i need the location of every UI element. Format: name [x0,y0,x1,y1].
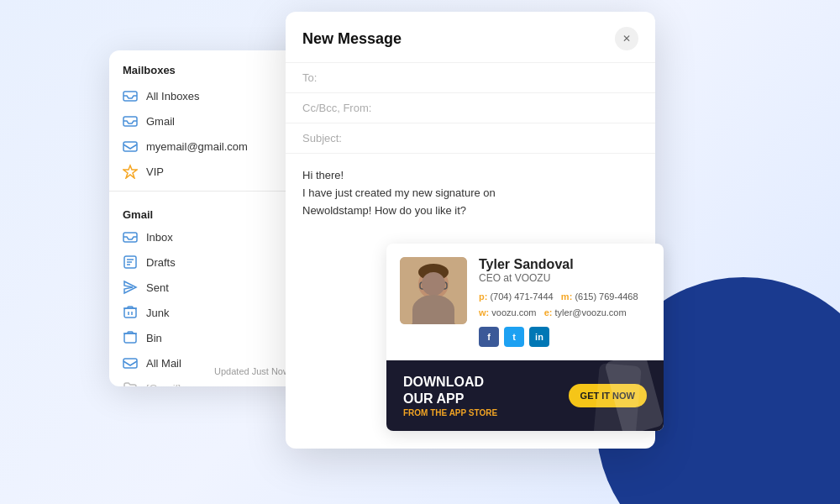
app-download-banner: DOWNLOAD OUR APP FROM THE APP STORE GET … [386,360,664,430]
phone-number: (704) 471-7444 [490,291,553,302]
signature-name: Tyler Sandoval [479,257,650,272]
svg-rect-2 [123,142,137,151]
sidebar-item-label: Sent [146,281,169,294]
compose-cc-label: Cc/Bcc, From: [302,102,371,114]
sidebar-item-label: Gmail [146,115,175,128]
email-address: tyler@voozu.com [555,307,627,318]
email-label: e: [544,307,553,318]
sidebar-item-label: All Inboxes [146,90,200,102]
compose-body-text: Hi there! I have just created my new sig… [302,167,638,219]
sidebar-item-label: Bin [146,332,162,344]
sent-icon [123,280,138,295]
compose-subject-field[interactable]: Subject: [286,123,655,154]
banner-line1-text: DOWNLOAD [403,375,484,389]
svg-point-14 [418,264,449,281]
sidebar-item-label: [Gmail] [146,382,181,387]
signature-contact: p: (704) 471-7444 m: (615) 769-4468 w: v… [479,289,650,320]
facebook-button[interactable]: f [479,327,499,347]
signature-socials: f t in [479,327,650,347]
compose-header: New Message ✕ [286,12,655,63]
compose-subject-label: Subject: [302,132,342,144]
phone-label: p: [479,291,487,302]
sidebar-item-label: Inbox [146,231,173,244]
svg-marker-3 [123,165,137,178]
junk-icon [123,305,138,320]
banner-subtitle: FROM THE APP STORE [403,408,555,417]
linkedin-button[interactable]: in [529,327,549,347]
svg-point-12 [408,312,459,324]
banner-sub-highlight: APP STORE [449,408,497,417]
signature-top: Tyler Sandoval CEO at VOOZU p: (704) 471… [386,244,664,360]
web-url: voozu.com [491,307,536,318]
compose-title: New Message [302,30,402,48]
star-icon [123,164,138,179]
compose-body[interactable]: Hi there! I have just created my new sig… [286,154,655,233]
avatar-image [400,257,467,324]
mobile-number: (615) 769-4468 [575,291,638,302]
svg-rect-6 [124,308,136,318]
folder-icon [123,381,138,386]
svg-rect-15 [420,282,432,289]
compose-to-field[interactable]: To: [286,63,655,93]
sidebar-item-label: Drafts [146,256,176,269]
sidebar-item-label: Junk [146,307,169,319]
myemail-inbox-icon [123,139,138,154]
sidebar-item-label: VIP [146,165,164,178]
web-label: w: [479,307,489,318]
svg-rect-9 [124,333,136,343]
drafts-icon [123,255,138,270]
banner-sub-prefix: FROM THE [403,408,449,417]
compose-to-label: To: [302,71,317,84]
inbox-icon [123,88,138,103]
bin-icon [123,330,138,345]
signature-avatar [400,257,467,324]
signature-card: Tyler Sandoval CEO at VOOZU p: (704) 471… [386,244,664,431]
gmail-inbox-icon [123,113,138,129]
mobile-label: m: [561,291,572,302]
inbox-folder-icon [123,229,138,244]
signature-job-title: CEO at VOOZU [479,272,650,284]
banner-text: DOWNLOAD OUR APP FROM THE APP STORE [403,374,555,417]
sidebar-item-label: myemail@gmail.com [146,140,248,153]
signature-info: Tyler Sandoval CEO at VOOZU p: (704) 471… [479,257,650,347]
banner-title-line1: DOWNLOAD OUR APP [403,374,555,406]
compose-cc-field[interactable]: Cc/Bcc, From: [286,93,655,123]
twitter-button[interactable]: t [504,327,524,347]
banner-line2-text: OUR APP [403,391,464,406]
compose-close-button[interactable]: ✕ [615,27,638,50]
